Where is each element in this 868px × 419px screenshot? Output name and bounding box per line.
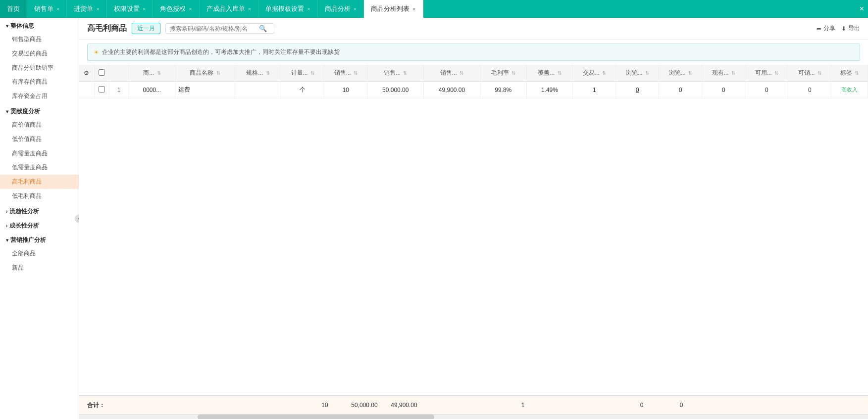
col-sales-qty[interactable]: 销售... ⇅ <box>324 65 367 82</box>
sort-gross-margin-icon[interactable]: ⇅ <box>511 70 515 76</box>
export-button[interactable]: ⬇ 导出 <box>841 24 860 33</box>
sidebar-item-distribution-rate[interactable]: 商品分销助销率 <box>0 61 79 75</box>
horizontal-scrollbar[interactable] <box>79 414 868 419</box>
nav-product-analysis-list[interactable]: 商品分析列表 × <box>364 0 423 18</box>
footer-current-stock: 0 <box>622 402 662 409</box>
footer-label: 合计： <box>87 401 127 410</box>
col-current-stock[interactable]: 现有... ⇅ <box>702 65 745 82</box>
sort-spec-icon[interactable]: ⇅ <box>266 70 270 76</box>
sidebar-item-sales-products[interactable]: 销售型商品 <box>0 32 79 47</box>
sidebar-group-marketing[interactable]: ▾ 营销推广分析 <box>0 232 79 246</box>
close-product-inbound[interactable]: × <box>248 6 251 12</box>
content-header: 高毛利商品 近一月 🔍 ➦ 分享 ⬇ 导出 <box>79 18 868 40</box>
nav-sales-order[interactable]: 销售单 × <box>27 0 67 18</box>
sort-code-icon[interactable]: ⇅ <box>157 70 161 76</box>
sort-sales-amount-icon[interactable]: ⇅ <box>403 70 407 76</box>
nav-permission-settings[interactable]: 权限设置 × <box>107 0 153 18</box>
col-transactions[interactable]: 交易... ⇅ <box>573 65 616 82</box>
close-sales-order[interactable]: × <box>56 6 59 12</box>
sidebar-item-high-demand[interactable]: 高需量度商品 <box>0 146 79 161</box>
sidebar: « ▾ 整体信息 销售型商品 交易过的商品 商品分销助销率 有库存的商品 库存资… <box>0 18 79 419</box>
nav-home[interactable]: 首页 <box>0 0 27 18</box>
close-purchase-order[interactable]: × <box>96 6 99 12</box>
nav-purchase-order[interactable]: 进货单 × <box>67 0 106 18</box>
col-coverage[interactable]: 覆盖... ⇅ <box>526 65 573 82</box>
sidebar-group-growth[interactable]: › 成长性分析 <box>0 218 79 232</box>
col-browse1[interactable]: 浏览... ⇅ <box>616 65 659 82</box>
select-all-checkbox[interactable] <box>99 69 105 76</box>
col-sales-amount[interactable]: 销售... ⇅ <box>367 65 424 82</box>
sidebar-item-traded-products[interactable]: 交易过的商品 <box>0 47 79 61</box>
search-icon[interactable]: 🔍 <box>259 25 267 32</box>
nav-product-inbound[interactable]: 产成品入库单 × <box>200 0 258 18</box>
col-spec[interactable]: 规格... ⇅ <box>235 65 281 82</box>
cell-transactions: 1 <box>573 82 616 98</box>
row-checkbox[interactable] <box>99 86 105 93</box>
sidebar-group-contribution[interactable]: ▾ 贡献度分析 <box>0 103 79 118</box>
sort-available-icon[interactable]: ⇅ <box>774 70 778 76</box>
filter-recent-month[interactable]: 近一月 <box>132 23 160 34</box>
close-permission-settings[interactable]: × <box>143 6 146 12</box>
nav-role-auth[interactable]: 角色授权 × <box>153 0 199 18</box>
sort-current-stock-icon[interactable]: ⇅ <box>731 70 735 76</box>
data-table: ⚙ 商... ⇅ 商品名称 ⇅ <box>79 65 868 98</box>
sidebar-item-low-value[interactable]: 低价值商品 <box>0 132 79 146</box>
col-code[interactable]: 商... ⇅ <box>129 65 175 82</box>
sort-browse2-icon[interactable]: ⇅ <box>688 70 692 76</box>
nav-product-analysis[interactable]: 商品分析 × <box>318 0 364 18</box>
close-product-analysis-list[interactable]: × <box>412 6 415 12</box>
sort-browse1-icon[interactable]: ⇅ <box>645 70 649 76</box>
sidebar-item-in-stock[interactable]: 有库存的商品 <box>0 75 79 89</box>
sidebar-item-high-margin[interactable]: 高毛利商品 <box>0 175 79 189</box>
nav-template-settings[interactable]: 单据模板设置 × <box>258 0 317 18</box>
footer-values: 10 50,000.00 49,900.00 1 0 0 <box>127 402 860 409</box>
sort-saleable-icon[interactable]: ⇅ <box>817 70 821 76</box>
col-sales-cost[interactable]: 销售... ⇅ <box>424 65 480 82</box>
sidebar-item-capital-occupation[interactable]: 库存资金占用 <box>0 89 79 103</box>
cell-saleable: 0 <box>788 82 831 98</box>
share-button[interactable]: ➦ 分享 <box>817 24 835 33</box>
cell-sales-qty: 10 <box>324 82 367 98</box>
cell-gross-margin: 99.8% <box>480 82 526 98</box>
sidebar-item-all-products[interactable]: 全部商品 <box>0 246 79 261</box>
sidebar-item-new-products[interactable]: 新品 <box>0 261 79 275</box>
sort-coverage-icon[interactable]: ⇅ <box>558 70 562 76</box>
col-gross-margin[interactable]: 毛利率 ⇅ <box>480 65 526 82</box>
sort-sales-qty-icon[interactable]: ⇅ <box>354 70 357 76</box>
search-box: 🔍 <box>165 23 274 34</box>
search-input[interactable] <box>170 25 259 32</box>
col-browse2[interactable]: 浏览... ⇅ <box>659 65 702 82</box>
col-tag[interactable]: 标签 ⇅ <box>831 65 868 82</box>
col-settings[interactable]: ⚙ <box>79 65 94 82</box>
cell-checkbox[interactable] <box>94 82 109 98</box>
col-name[interactable]: 商品名称 ⇅ <box>175 65 235 82</box>
sort-tag-icon[interactable]: ⇅ <box>855 70 859 76</box>
cell-spec <box>235 82 281 98</box>
sort-unit-icon[interactable]: ⇅ <box>310 70 314 76</box>
close-product-analysis[interactable]: × <box>354 6 357 12</box>
sidebar-group-overall[interactable]: ▾ 整体信息 <box>0 18 79 32</box>
close-role-auth[interactable]: × <box>189 6 192 12</box>
scrollbar-thumb[interactable] <box>198 415 434 419</box>
close-template-settings[interactable]: × <box>307 6 310 12</box>
sidebar-item-low-margin[interactable]: 低毛利商品 <box>0 189 79 203</box>
footer-available: 0 <box>662 402 701 409</box>
info-banner: ☀ 企业的主要的利润都是这部分商品创造的，可考虑加大推广，同时关注库存量不要出现… <box>87 44 860 61</box>
col-checkbox[interactable] <box>94 65 109 82</box>
sidebar-item-high-value[interactable]: 高价值商品 <box>0 118 79 132</box>
sidebar-item-low-demand[interactable]: 低需量度商品 <box>0 160 79 175</box>
footer-sales-qty: 10 <box>305 402 345 409</box>
col-available[interactable]: 可用... ⇅ <box>745 65 788 82</box>
close-window-btn[interactable]: × <box>860 4 864 13</box>
sort-sales-cost-icon[interactable]: ⇅ <box>460 70 463 76</box>
sidebar-group-trend[interactable]: › 流趋性分析 <box>0 203 79 218</box>
sort-transactions-icon[interactable]: ⇅ <box>602 70 606 76</box>
sort-name-icon[interactable]: ⇅ <box>216 70 220 76</box>
cell-available: 0 <box>745 82 788 98</box>
col-unit[interactable]: 计量... ⇅ <box>281 65 324 82</box>
page-title: 高毛利商品 <box>87 23 127 34</box>
col-saleable[interactable]: 可销... ⇅ <box>788 65 831 82</box>
cell-browse1[interactable]: 0 <box>616 82 659 98</box>
footer-transactions: 1 <box>503 402 543 409</box>
cell-tag: 高收入 <box>831 82 868 98</box>
